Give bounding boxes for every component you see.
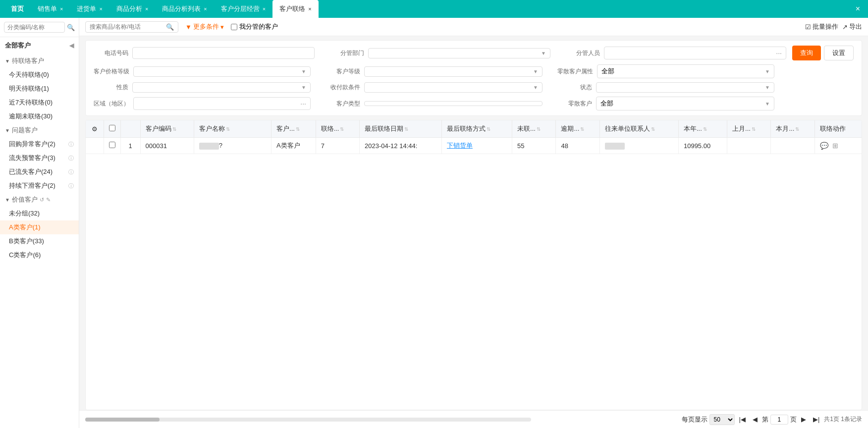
first-page-button[interactable]: |◀: [737, 415, 748, 424]
sidebar-item-b-class[interactable]: B类客户(33): [0, 234, 79, 248]
sidebar-item-a-class[interactable]: A类客户(1): [0, 220, 79, 234]
sidebar-item-today-pending[interactable]: 今天待联络(0): [0, 68, 79, 82]
data-table-area: ⚙ 客户编码⇅ 客户名称⇅ 客户...⇅ 联络...⇅ 最后联络日期⇅ 最后联络…: [85, 120, 862, 410]
page-number-input[interactable]: [770, 415, 788, 425]
scrollbar-area: [85, 418, 682, 422]
th-contact-person[interactable]: 往来单位联系人⇅: [599, 120, 678, 138]
sidebar-item-tomorrow-pending[interactable]: 明天待联络(1): [0, 82, 79, 96]
edit-icon-value[interactable]: ✎: [46, 197, 51, 203]
filter-region-select[interactable]: ···: [133, 97, 311, 110]
th-no-contact[interactable]: 未联...⇅: [512, 120, 556, 138]
window-close-button[interactable]: ×: [852, 4, 864, 13]
row-checkbox[interactable]: [109, 142, 115, 148]
sidebar-item-churn-warning[interactable]: 流失预警客户(3) ⓘ: [0, 151, 79, 165]
search-input[interactable]: [90, 23, 164, 30]
section-problem-customers[interactable]: ▼ 问题客户: [0, 123, 79, 137]
nav-sales-order[interactable]: 销售单 ×: [31, 0, 70, 18]
nav-close-analysis[interactable]: ×: [145, 6, 148, 12]
th-overdue[interactable]: 逾期...⇅: [556, 120, 599, 138]
sidebar-item-churned[interactable]: 已流失客户(24) ⓘ: [0, 165, 79, 179]
info-icon-declining: ⓘ: [68, 182, 74, 190]
filter-retail-attr: 零散客户属性 全部 ▼: [557, 64, 774, 78]
sidebar-item-7day-pending[interactable]: 近7天待联络(0): [0, 96, 79, 109]
th-this-month[interactable]: 本月...⇅: [771, 120, 814, 138]
filter-nature-select[interactable]: ▼: [132, 82, 311, 93]
nav-purchase-order[interactable]: 进货单 ×: [70, 0, 109, 18]
my-customers-checkbox-label[interactable]: 我分管的客户: [231, 22, 278, 31]
td-checkbox[interactable]: [104, 138, 120, 154]
refresh-icon-value[interactable]: ↺: [40, 197, 44, 203]
next-page-button[interactable]: ▶: [799, 415, 809, 424]
sidebar-search-input[interactable]: [4, 22, 65, 33]
select-all-checkbox[interactable]: [109, 125, 115, 131]
filter-price-select[interactable]: ▼: [133, 66, 311, 77]
th-last-contact-method[interactable]: 最后联络方式⇅: [441, 120, 512, 138]
nav-close-purchase[interactable]: ×: [99, 6, 102, 12]
horizontal-scrollbar-track[interactable]: [85, 418, 531, 422]
th-last-month[interactable]: 上月...⇅: [727, 120, 771, 138]
th-gear[interactable]: ⚙: [86, 120, 104, 138]
filter-status-select[interactable]: ▼: [596, 82, 774, 93]
last-page-button[interactable]: ▶|: [811, 415, 822, 424]
nav-product-analysis-list[interactable]: 商品分析列表 ×: [155, 0, 214, 18]
td-actions: 💬 ⊞: [814, 138, 862, 154]
filter-customer-type-select[interactable]: [364, 101, 542, 106]
sidebar-search-icon[interactable]: 🔍: [67, 24, 75, 31]
nav-close-sales[interactable]: ×: [60, 6, 63, 12]
sidebar-item-declining[interactable]: 持续下滑客户(2) ⓘ: [0, 179, 79, 193]
sidebar-item-overdue-contact[interactable]: 逾期未联络(30): [0, 109, 79, 123]
nature-arrow: ▼: [301, 85, 306, 90]
prev-page-button[interactable]: ◀: [750, 415, 760, 424]
info-icon-churned: ⓘ: [68, 168, 74, 176]
sidebar-item-c-class[interactable]: C类客户(6): [0, 248, 79, 262]
last-method-link[interactable]: 下销货单: [447, 142, 473, 149]
comment-action-icon[interactable]: 💬: [820, 142, 828, 150]
th-contact-count[interactable]: 联络...⇅: [316, 120, 359, 138]
th-customer-level[interactable]: 客户...⇅: [271, 120, 316, 138]
batch-operation-button[interactable]: ☑ 批量操作: [805, 22, 838, 31]
filter-retail-attr-select[interactable]: 全部 ▼: [597, 64, 774, 78]
filter-retail-attr-label: 零散客户属性: [557, 67, 593, 76]
nav-product-analysis[interactable]: 商品分析 ×: [109, 0, 155, 18]
sidebar-item-repurchase-abnormal[interactable]: 回购异常客户(2) ⓘ: [0, 137, 79, 151]
horizontal-scrollbar-thumb[interactable]: [85, 418, 160, 422]
sort-icon-lastmonth: ⇅: [752, 126, 756, 132]
th-last-contact-date[interactable]: 最后联络日期⇅: [360, 120, 442, 138]
th-checkbox[interactable]: [104, 120, 120, 138]
th-customer-code[interactable]: 客户编码⇅: [140, 120, 194, 138]
sort-icon-person: ⇅: [651, 126, 655, 132]
search-icon[interactable]: 🔍: [166, 23, 174, 31]
filter-dept-label: 分管部门: [329, 49, 364, 57]
th-customer-name[interactable]: 客户名称⇅: [194, 120, 271, 138]
more-filter-button[interactable]: ▼ 更多条件 ▾: [182, 21, 227, 33]
section-pending-contact[interactable]: ▼ 待联络客户: [0, 54, 79, 68]
my-customers-checkbox[interactable]: [231, 24, 237, 30]
section-value-customers[interactable]: ▼ 价值客户 ↺ ✎: [0, 193, 79, 207]
th-this-year[interactable]: 本年...⇅: [678, 120, 727, 138]
query-button[interactable]: 查询: [792, 46, 821, 60]
filter-dept: 分管部门 ▼: [329, 48, 550, 58]
filter-payment-select[interactable]: ▼: [364, 82, 542, 93]
grid-action-icon[interactable]: ⊞: [832, 142, 838, 150]
export-button[interactable]: ↗ 导出: [842, 22, 862, 31]
sidebar-collapse-icon[interactable]: ◀: [69, 42, 74, 49]
filter-dept-select[interactable]: ▼: [368, 48, 550, 58]
nav-home[interactable]: 首页: [4, 0, 31, 18]
filter-payment: 收付款条件 ▼: [326, 82, 542, 93]
nav-close-segment[interactable]: ×: [263, 6, 266, 12]
sidebar-item-ungrouped[interactable]: 未分组(32): [0, 207, 79, 220]
filter-phone-label: 电话号码: [94, 49, 128, 57]
td-last-method[interactable]: 下销货单: [441, 138, 512, 154]
all-customers-header[interactable]: 全部客户 ◀: [0, 37, 79, 54]
nav-close-analysis-list[interactable]: ×: [204, 6, 207, 12]
filter-retail-customer-select[interactable]: 全部 ▼: [596, 97, 774, 110]
per-page-select[interactable]: 50 100 200: [709, 414, 735, 425]
filter-person-select[interactable]: ···: [604, 47, 786, 59]
settings-button[interactable]: 设置: [824, 46, 854, 60]
sidebar-search-area: 🔍: [0, 18, 79, 37]
nav-close-contact[interactable]: ×: [308, 6, 311, 12]
nav-customer-segment[interactable]: 客户分层经营 ×: [214, 0, 272, 18]
nav-customer-contact[interactable]: 客户联络 ×: [272, 0, 318, 18]
filter-customer-level-select[interactable]: ▼: [364, 66, 542, 77]
filter-phone-input[interactable]: [132, 47, 315, 59]
